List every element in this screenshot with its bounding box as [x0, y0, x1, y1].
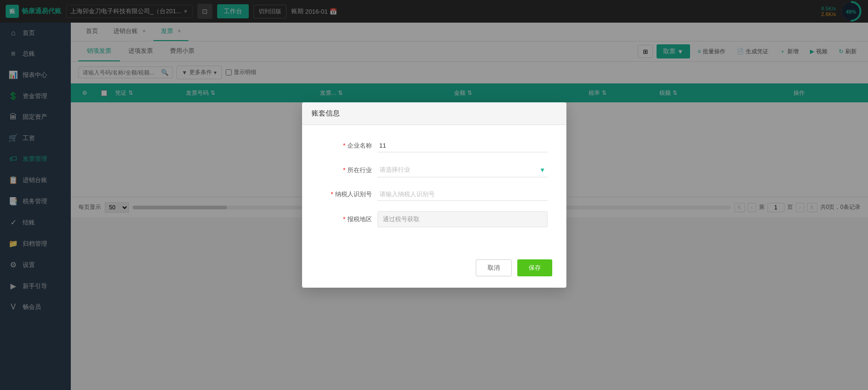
tax-region-label: * 报税地区 — [321, 215, 378, 224]
account-info-dialog: 账套信息 * 企业名称 * 所在行业 请选择行业 ▼ — [302, 102, 566, 288]
dialog-body: * 企业名称 * 所在行业 请选择行业 ▼ * 纳 — [302, 125, 566, 252]
industry-arrow-icon: ▼ — [539, 166, 546, 174]
save-button[interactable]: 保存 — [517, 259, 552, 276]
company-name-input[interactable] — [378, 139, 548, 152]
company-name-label: * 企业名称 — [321, 141, 378, 150]
dialog-footer: 取消 保存 — [302, 252, 566, 288]
dialog-header: 账套信息 — [302, 102, 566, 125]
company-name-row: * 企业名称 — [321, 139, 548, 152]
tax-region-row: * 报税地区 通过税号获取 — [321, 211, 548, 227]
industry-placeholder: 请选择行业 — [379, 166, 410, 174]
tax-id-label: * 纳税人识别号 — [321, 190, 378, 199]
dialog-overlay: 账套信息 * 企业名称 * 所在行业 请选择行业 ▼ — [0, 0, 868, 390]
industry-select[interactable]: 请选择行业 ▼ — [378, 163, 548, 177]
tax-id-row: * 纳税人识别号 — [321, 188, 548, 201]
industry-label: * 所在行业 — [321, 166, 378, 174]
tax-region-display: 通过税号获取 — [378, 211, 548, 227]
cancel-button[interactable]: 取消 — [476, 259, 512, 276]
tax-id-input[interactable] — [378, 188, 548, 201]
dialog-title: 账套信息 — [312, 109, 340, 117]
industry-row: * 所在行业 请选择行业 ▼ — [321, 163, 548, 177]
